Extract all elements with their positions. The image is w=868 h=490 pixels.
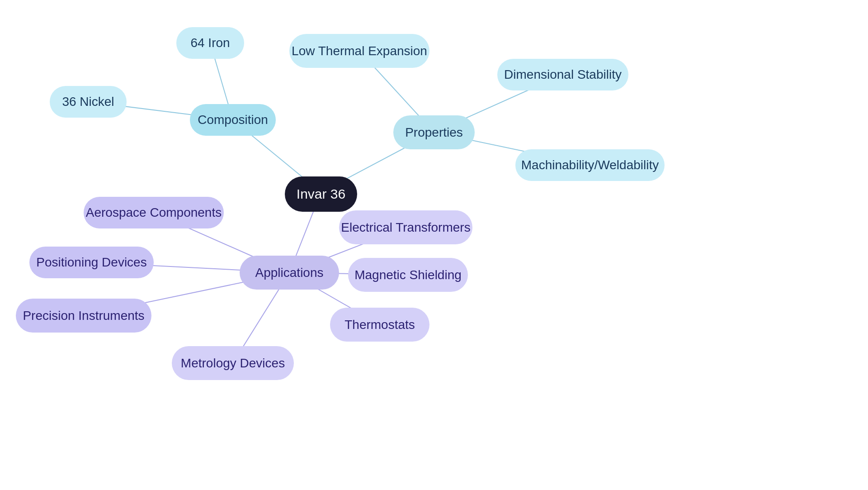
aerospace-node: Aerospace Components <box>84 197 224 228</box>
magnetic-node: Magnetic Shielding <box>348 258 468 292</box>
applications-node: Applications <box>240 256 339 290</box>
machinability-node: Machinability/Weldability <box>515 149 665 181</box>
center-node: Invar 36 <box>285 176 357 212</box>
properties-node: Properties <box>393 115 475 149</box>
precision-node: Precision Instruments <box>16 299 151 333</box>
composition-node: Composition <box>190 104 276 136</box>
thermostats-node: Thermostats <box>330 308 429 342</box>
nickel-node: 36 Nickel <box>50 86 127 118</box>
dimensional-node: Dimensional Stability <box>497 59 628 90</box>
electrical-node: Electrical Transformers <box>339 210 472 244</box>
low-thermal-node: Low Thermal Expansion <box>289 34 429 68</box>
positioning-node: Positioning Devices <box>29 247 154 278</box>
iron-node: 64 Iron <box>176 27 244 59</box>
metrology-node: Metrology Devices <box>172 346 294 380</box>
